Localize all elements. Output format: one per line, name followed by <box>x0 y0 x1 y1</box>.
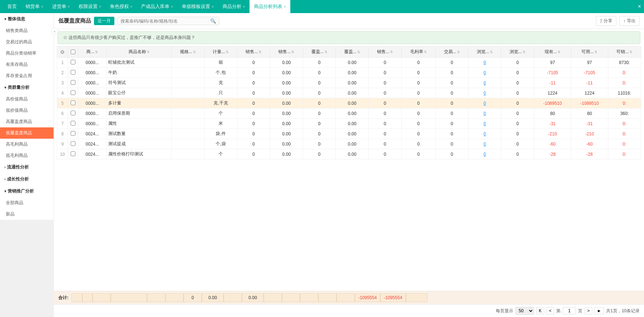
row-browse1[interactable]: 0 <box>468 119 501 129</box>
per-page-select[interactable]: 50 100 <box>515 307 534 315</box>
sidebar-item-category-rate[interactable]: 商品分类动销率 <box>0 48 54 59</box>
row-available: 97 <box>571 58 608 68</box>
sidebar-item-sales-goods[interactable]: 销售类商品 <box>0 25 54 36</box>
row-num: 9 <box>57 139 68 149</box>
prev-page-button[interactable]: < <box>546 307 554 314</box>
sidebar-item-low-value[interactable]: 低价值商品 <box>0 105 54 116</box>
col-spec[interactable]: 规格...⇅ <box>172 47 204 58</box>
period-button[interactable]: 近一月 <box>94 17 114 25</box>
sidebar-item-low-coverage[interactable]: 低覆盖度商品 <box>0 127 54 139</box>
nav-tab-analysis-list[interactable]: 商品分析列表 × <box>250 0 290 13</box>
row-unit: 个 <box>204 108 237 119</box>
sidebar-item-low-margin[interactable]: 低毛利商品 <box>0 150 54 161</box>
sidebar-item-in-stock[interactable]: 有库存商品 <box>0 59 54 70</box>
row-browse1[interactable]: 0 <box>468 129 501 139</box>
row-checkbox[interactable] <box>71 100 75 105</box>
nav-tab-templates[interactable]: 单据模板设置 × <box>177 0 218 13</box>
search-input[interactable] <box>121 19 210 24</box>
col-sales2[interactable]: 销售...⇅ <box>270 47 303 58</box>
row-sales3: 0 <box>369 119 401 129</box>
close-icon[interactable]: × <box>130 5 133 9</box>
row-code: 0000... <box>78 108 107 119</box>
row-browse1[interactable]: 0 <box>468 139 501 149</box>
row-code: 0000... <box>78 58 107 68</box>
collapse-sidebar-button[interactable]: « <box>51 28 58 35</box>
table-row: 3 0000... 符号测试 克 0 0.00 0 0.00 0 0 0 0 0… <box>57 78 641 88</box>
row-saleable: 8730: <box>608 58 641 68</box>
row-browse1[interactable]: 0 <box>468 98 501 108</box>
col-saleable[interactable]: 可销...⇅ <box>608 47 641 58</box>
col-sales1[interactable]: 销售...⇅ <box>237 47 270 58</box>
sidebar-item-all-goods[interactable]: 全部商品 <box>0 197 54 209</box>
row-browse1[interactable]: 0 <box>468 68 501 78</box>
row-checkbox[interactable] <box>71 70 75 75</box>
nav-tab-purchase[interactable]: 进货单 × <box>48 0 74 13</box>
row-browse1[interactable]: 0 <box>468 149 501 159</box>
row-checkbox[interactable] <box>71 60 75 64</box>
close-icon[interactable]: × <box>171 5 173 9</box>
last-page-button[interactable]: ► <box>594 307 604 314</box>
page-input[interactable] <box>563 307 576 314</box>
col-browse1[interactable]: 浏览...⇅ <box>468 47 501 58</box>
sidebar-section-flow[interactable]: › 流通性分析 <box>0 161 54 173</box>
close-icon[interactable]: × <box>243 5 245 9</box>
nav-tab-home[interactable]: 首页 <box>3 0 21 13</box>
sidebar-item-high-margin[interactable]: 高毛利商品 <box>0 139 54 150</box>
row-num: 5 <box>57 98 68 108</box>
nav-tab-roles[interactable]: 角色授权 × <box>106 0 137 13</box>
row-sales2: 0.00 <box>270 68 303 78</box>
sidebar-item-new-goods[interactable]: 新品 <box>0 209 54 220</box>
export-button[interactable]: ↑ 导出 <box>619 16 640 26</box>
close-icon[interactable]: × <box>99 5 101 9</box>
search-icon[interactable]: 🔍 <box>210 18 216 24</box>
nav-tab-permissions[interactable]: 权限设置 × <box>74 0 106 13</box>
row-browse1[interactable]: 0 <box>468 108 501 119</box>
sidebar-item-high-value[interactable]: 高价值商品 <box>0 94 54 105</box>
close-icon[interactable]: × <box>284 5 286 9</box>
row-checkbox[interactable] <box>71 151 75 156</box>
col-cover2[interactable]: 覆盖...⇅ <box>336 47 369 58</box>
col-name[interactable]: 商品名称⇅ <box>106 47 172 58</box>
close-all-button[interactable]: × <box>638 3 641 10</box>
close-icon[interactable]: × <box>68 5 70 9</box>
nav-tab-products[interactable]: 产成品入库单 × <box>137 0 177 13</box>
next-page-button[interactable]: > <box>585 307 592 314</box>
row-checkbox[interactable] <box>71 80 75 85</box>
col-cover1[interactable]: 覆盖...⇅ <box>303 47 336 58</box>
row-browse1[interactable]: 0 <box>468 78 501 88</box>
col-settings[interactable]: ⚙ <box>57 47 68 58</box>
settings-icon[interactable]: ⚙ <box>60 49 65 55</box>
table-row: 2 0000... 牛奶 个,包 0 0.00 0 0.00 0 0 0 0 0… <box>57 68 641 78</box>
first-page-button[interactable]: K <box>536 307 544 314</box>
nav-tab-sales[interactable]: 销货单 × <box>21 0 48 13</box>
sidebar-section-growth[interactable]: › 成长性分析 <box>0 173 54 185</box>
row-name: 启用保质期 <box>106 108 172 119</box>
sidebar-section-marketing[interactable]: ▾ 营销推广分析 <box>0 185 54 197</box>
col-available[interactable]: 可用...⇅ <box>571 47 608 58</box>
close-icon[interactable]: × <box>41 5 43 9</box>
nav-tab-analysis[interactable]: 商品分析 × <box>218 0 250 13</box>
row-checkbox[interactable] <box>71 90 75 95</box>
row-checkbox[interactable] <box>71 141 75 146</box>
col-sales3[interactable]: 销售...⇅ <box>369 47 401 58</box>
select-all-checkbox[interactable] <box>71 49 75 54</box>
col-current[interactable]: 现有...⇅ <box>534 47 571 58</box>
sidebar-item-high-coverage[interactable]: 高覆盖度商品 <box>0 116 54 127</box>
col-trade[interactable]: 交易...⇅ <box>436 47 468 58</box>
sidebar-section-group[interactable]: ▾ 类群量分析 <box>0 82 54 94</box>
col-browse2[interactable]: 浏览...⇅ <box>501 47 534 58</box>
sort-icon: ⇅ <box>226 50 229 54</box>
row-checkbox[interactable] <box>71 121 75 126</box>
row-checkbox[interactable] <box>71 111 75 115</box>
row-checkbox[interactable] <box>71 131 75 136</box>
sidebar-item-traded-goods[interactable]: 交易过的商品 <box>0 36 54 48</box>
row-browse1[interactable]: 0 <box>468 88 501 98</box>
col-gross[interactable]: 毛利率⇅ <box>401 47 436 58</box>
sidebar-section-overall[interactable]: ▾ 整体信息 <box>0 13 54 25</box>
share-button[interactable]: ⤴ 分享 <box>596 16 616 26</box>
row-browse1[interactable]: 0 <box>468 58 501 68</box>
col-unit[interactable]: 计量...⇅ <box>204 47 237 58</box>
col-code[interactable]: 商...⇅ <box>78 47 107 58</box>
close-icon[interactable]: × <box>212 5 214 9</box>
sidebar-item-stock-capital[interactable]: 库存资金占用 <box>0 70 54 82</box>
